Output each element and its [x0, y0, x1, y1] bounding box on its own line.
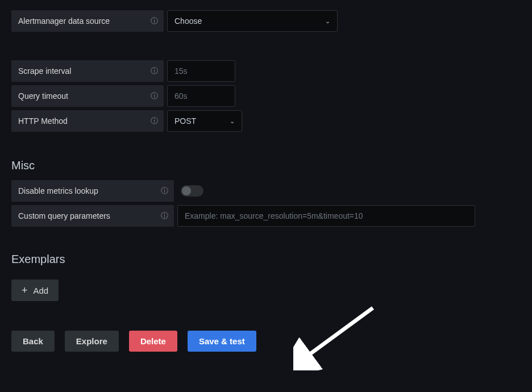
- row-alertmanager: Alertmanager data source ⓘ Choose ⌄: [11, 10, 521, 32]
- toggle-disable-lookup[interactable]: [181, 185, 203, 197]
- settings-page: Alertmanager data source ⓘ Choose ⌄ Scra…: [0, 0, 532, 392]
- select-value: Choose: [174, 16, 202, 26]
- select-alertmanager[interactable]: Choose ⌄: [167, 10, 338, 32]
- chevron-down-icon: ⌄: [230, 118, 235, 125]
- label-query-timeout: Query timeout ⓘ: [11, 85, 164, 107]
- add-button-label: Add: [34, 286, 49, 295]
- label-disable-lookup: Disable metrics lookup ⓘ: [11, 180, 174, 202]
- back-button[interactable]: Back: [11, 331, 55, 352]
- toggle-wrap: [177, 180, 203, 202]
- input-custom-params[interactable]: [177, 205, 475, 227]
- add-exemplar-button[interactable]: + Add: [11, 280, 59, 301]
- info-icon[interactable]: ⓘ: [161, 186, 168, 196]
- row-custom-params: Custom query parameters ⓘ: [11, 205, 521, 227]
- select-value: POST: [174, 116, 196, 126]
- label-text: Disable metrics lookup: [18, 186, 98, 195]
- label-text: HTTP Method: [18, 116, 68, 126]
- info-icon[interactable]: ⓘ: [151, 16, 158, 26]
- row-http-method: HTTP Method ⓘ POST ⌄: [11, 110, 521, 132]
- label-custom-params: Custom query parameters ⓘ: [11, 205, 174, 227]
- section-title-exemplars: Exemplars: [11, 253, 521, 266]
- toggle-knob: [182, 186, 191, 195]
- info-icon[interactable]: ⓘ: [161, 211, 168, 221]
- label-http-method: HTTP Method ⓘ: [11, 110, 164, 132]
- label-text: Custom query parameters: [18, 211, 110, 220]
- explore-button[interactable]: Explore: [65, 331, 119, 352]
- label-text: Alertmanager data source: [18, 16, 110, 26]
- delete-button[interactable]: Delete: [129, 331, 177, 352]
- label-alertmanager: Alertmanager data source ⓘ: [11, 10, 164, 32]
- chevron-down-icon: ⌄: [325, 18, 330, 25]
- info-icon[interactable]: ⓘ: [151, 116, 158, 126]
- label-text: Scrape interval: [18, 66, 71, 76]
- label-scrape-interval: Scrape interval ⓘ: [11, 60, 164, 82]
- row-scrape-interval: Scrape interval ⓘ: [11, 60, 521, 82]
- row-disable-lookup: Disable metrics lookup ⓘ: [11, 180, 521, 202]
- row-query-timeout: Query timeout ⓘ: [11, 85, 521, 107]
- info-icon[interactable]: ⓘ: [151, 91, 158, 101]
- save-test-button[interactable]: Save & test: [188, 331, 256, 352]
- footer-buttons: Back Explore Delete Save & test: [11, 331, 521, 352]
- section-title-misc: Misc: [11, 159, 521, 172]
- input-query-timeout[interactable]: [167, 85, 235, 107]
- label-text: Query timeout: [18, 91, 68, 101]
- select-http-method[interactable]: POST ⌄: [167, 110, 242, 132]
- plus-icon: +: [22, 285, 28, 295]
- input-scrape-interval[interactable]: [167, 60, 235, 82]
- info-icon[interactable]: ⓘ: [151, 66, 158, 76]
